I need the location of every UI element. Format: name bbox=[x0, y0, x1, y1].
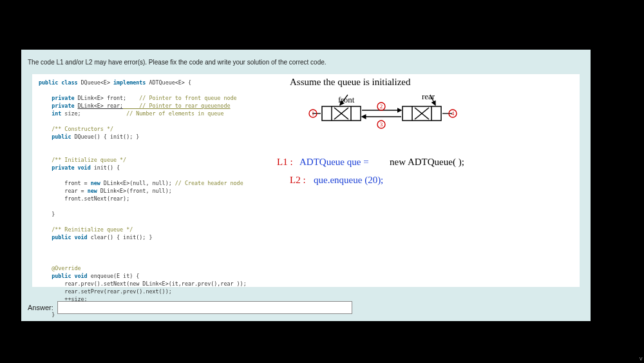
code-txt: DLink<E> rear; bbox=[78, 103, 124, 109]
kw: int bbox=[39, 110, 64, 117]
code-txt: rear.setPrev(rear.prev().next()); bbox=[39, 288, 172, 295]
answer-row: Answer: bbox=[28, 301, 352, 314]
code-txt: } bbox=[39, 211, 55, 217]
kw: new bbox=[91, 180, 104, 186]
comment: // Pointer to rear queuenode bbox=[123, 103, 230, 109]
code-txt: enqueue(E it) { bbox=[91, 273, 140, 279]
comment: /** Constructors */ bbox=[39, 126, 113, 132]
code-txt: DQueue<E> bbox=[81, 79, 113, 86]
handwritten-L1-a: ADTQueue que = bbox=[299, 157, 369, 168]
comment: /** Initialize queue */ bbox=[39, 157, 126, 163]
code-txt: DLink<E> front; bbox=[78, 95, 127, 101]
handwritten-L2-a: que.enqueue (20); bbox=[314, 175, 383, 186]
comment: // Number of elements in queue bbox=[81, 110, 224, 117]
code-txt: size; bbox=[64, 110, 80, 117]
code-txt: DLink<E>(front, null); bbox=[100, 188, 172, 194]
comment: /** Reinitialize queue */ bbox=[39, 226, 133, 233]
handwritten-L2-label: L2 : bbox=[290, 175, 306, 186]
question-panel: The code L1 and/or L2 may have error(s).… bbox=[21, 50, 591, 321]
comment: // Create header node bbox=[172, 180, 243, 186]
kw: public void bbox=[39, 234, 91, 240]
handwritten-assume: Assume the queue is initialized bbox=[290, 77, 410, 88]
svg-line-1 bbox=[430, 95, 435, 105]
node-num-1: 1 bbox=[312, 110, 315, 117]
kw: private bbox=[39, 103, 78, 109]
handwritten-L1-b: new ADTQueue( ); bbox=[390, 157, 464, 168]
svg-line-0 bbox=[340, 95, 348, 105]
queue-diagram: 1 2 3 4 bbox=[303, 92, 470, 137]
code-txt: front = bbox=[39, 180, 91, 186]
kw: public void bbox=[39, 273, 91, 279]
code-panel: public class DQueue<E> implements ADTQue… bbox=[32, 74, 580, 287]
kw: private void bbox=[39, 164, 94, 171]
code-txt: rear.prev().setNext(new DLink<E>(it,rear… bbox=[39, 280, 247, 287]
node-num-2: 2 bbox=[380, 103, 383, 110]
kw: public bbox=[39, 133, 74, 140]
answer-input[interactable] bbox=[57, 301, 352, 314]
kw: public class bbox=[39, 79, 81, 86]
node-num-4: 4 bbox=[451, 110, 455, 117]
handwritten-L1-label: L1 : bbox=[277, 157, 293, 168]
annotation: @Override bbox=[39, 265, 81, 271]
code-txt: rear = bbox=[39, 188, 88, 194]
code-txt: front.setNext(rear); bbox=[39, 195, 129, 202]
comment: // Pointer to front queue node bbox=[126, 95, 236, 101]
code-txt: init() { bbox=[94, 164, 120, 171]
code-txt: DQueue() { init(); } bbox=[74, 133, 139, 140]
node-num-3: 3 bbox=[380, 121, 383, 128]
kw: private bbox=[39, 95, 78, 101]
code-txt: DLink<E>(null, null); bbox=[104, 180, 172, 186]
answer-label: Answer: bbox=[28, 304, 53, 311]
prompt-text: The code L1 and/or L2 may have error(s).… bbox=[28, 59, 327, 66]
kw: implements bbox=[113, 79, 149, 86]
kw: new bbox=[88, 188, 100, 194]
code-txt: clear() { init(); } bbox=[91, 234, 153, 240]
corner-glyph: v bbox=[639, 355, 643, 362]
code-txt: ADTQueue<E> { bbox=[149, 79, 191, 86]
